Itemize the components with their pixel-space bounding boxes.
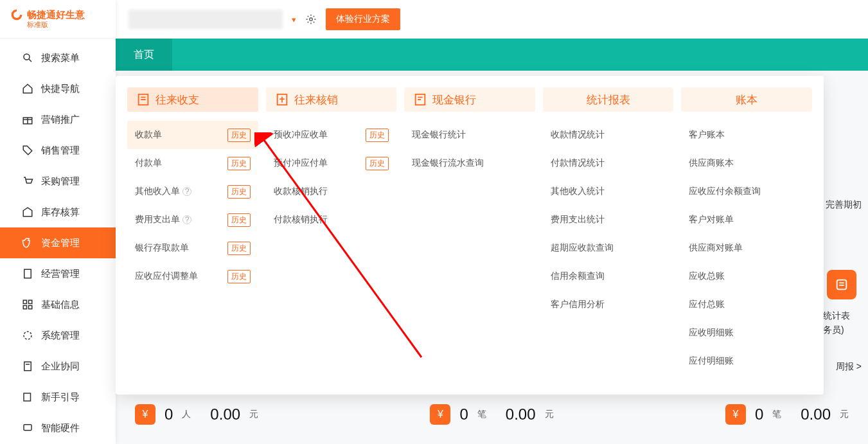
menu-item-shoukuanhexiao[interactable]: 收款核销执行 <box>266 177 397 206</box>
sidebar-item-marketing[interactable]: 营销推广 <box>0 104 116 135</box>
menu-item-yushouchong[interactable]: 预收冲应收单历史 <box>266 121 397 149</box>
menu-item-shoukuantongji[interactable]: 收款情况统计 <box>543 121 674 149</box>
menu-item-yufuchong[interactable]: 预付冲应付单历史 <box>266 149 397 177</box>
stat-card: ¥ 0笔 0.00元 <box>430 404 553 425</box>
sidebar-item-label: 库存核算 <box>41 206 80 218</box>
menu-item-yingfumingxi[interactable]: 应付明细账 <box>681 347 812 375</box>
brand-logo-icon <box>10 8 23 21</box>
menu-item-shoukuandan[interactable]: 收款单历史 <box>127 121 258 149</box>
menu-item-xinyongyue[interactable]: 信用余额查询 <box>543 262 674 290</box>
sidebar-item-basicinfo[interactable]: 基础信息 <box>0 289 116 320</box>
menu-item-yinhangcunqu[interactable]: 银行存取款单历史 <box>127 234 258 262</box>
settings-button[interactable] <box>305 13 317 25</box>
sidebar-item-system[interactable]: 系统管理 <box>0 320 116 351</box>
menu-item-yingfuzongzhang[interactable]: 应付总账 <box>681 290 812 319</box>
menu-item-yingshouyingfutiaozheng[interactable]: 应收应付调整单历史 <box>127 262 258 290</box>
tab-home[interactable]: 首页 <box>116 39 172 71</box>
sidebar-item-quicknav[interactable]: 快捷导航 <box>0 73 116 104</box>
loading-icon <box>22 330 33 341</box>
brand-title: 畅捷通好生意 <box>27 9 85 21</box>
mega-heading: 往来核销 <box>266 87 397 112</box>
stat-value: 0 <box>164 405 173 423</box>
menu-item-liushuichaxun[interactable]: 现金银行流水查询 <box>404 149 535 177</box>
menu-item-kehuduizhang[interactable]: 客户对账单 <box>681 206 812 234</box>
history-badge[interactable]: 历史 <box>366 157 389 170</box>
svg-rect-6 <box>23 300 26 303</box>
header: ▾ 体验行业方案 <box>116 0 868 39</box>
weekly-report-link[interactable]: 周报 > <box>836 361 862 373</box>
stat-card: ¥ 0笔 0.00元 <box>725 404 849 425</box>
sidebar-item-inventory[interactable]: 库存核算 <box>0 197 116 227</box>
history-badge[interactable]: 历史 <box>227 185 251 199</box>
side-report-label[interactable]: 统计表 务员) <box>823 308 862 337</box>
svg-rect-8 <box>23 306 26 309</box>
mega-col-xianjin: 现金银行 现金银行统计 现金银行流水查询 <box>402 87 538 375</box>
history-badge[interactable]: 历史 <box>227 129 251 142</box>
tag-icon <box>22 145 33 156</box>
history-badge[interactable]: 历史 <box>227 213 251 227</box>
menu-item-qitashouru[interactable]: 其他收入单?历史 <box>127 177 258 206</box>
nav-list: 搜索菜单 快捷导航 营销推广 销售管理 采购管理 库存核算 资金管理 经营管理 … <box>0 39 116 443</box>
menu-item-yingshoumingxi[interactable]: 应收明细账 <box>681 319 812 347</box>
menu-item-fukuandan[interactable]: 付款单历史 <box>127 149 258 177</box>
sidebar-item-operation[interactable]: 经营管理 <box>0 258 116 289</box>
menu-item-yingshouzongzhang[interactable]: 应收总账 <box>681 262 812 290</box>
period-init-hint[interactable]: 完善期初 <box>826 199 862 211</box>
bank-icon <box>413 93 427 107</box>
mega-heading: 统计报表 <box>543 87 674 112</box>
menu-item-yingshouyingfuyue[interactable]: 应收应付余额查询 <box>681 177 812 206</box>
clipboard-icon <box>22 268 33 280</box>
industry-plan-button[interactable]: 体验行业方案 <box>326 8 400 30</box>
sidebar-item-guide[interactable]: 新手引导 <box>0 382 116 413</box>
menu-item-fukuantongji[interactable]: 付款情况统计 <box>543 149 674 177</box>
device-icon <box>22 422 33 434</box>
sidebar-item-finance[interactable]: 资金管理 <box>0 227 116 258</box>
svg-line-1 <box>29 59 31 62</box>
menu-item-feiyongtongji[interactable]: 费用支出统计 <box>543 206 674 234</box>
menu-item-kehuzhangben[interactable]: 客户账本 <box>681 121 812 149</box>
svg-rect-7 <box>29 300 32 303</box>
menu-item-chaoqiyingshou[interactable]: 超期应收款查询 <box>543 234 674 262</box>
menu-item-gongyingshangzhangben[interactable]: 供应商账本 <box>681 149 812 177</box>
mega-heading: 账本 <box>681 87 812 112</box>
sidebar-item-label: 销售管理 <box>41 145 80 157</box>
stat-value: 0 <box>459 405 468 423</box>
sidebar-item-collab[interactable]: 企业协同 <box>0 351 116 382</box>
warehouse-icon <box>22 206 33 218</box>
help-icon[interactable]: ? <box>182 215 191 224</box>
menu-item-gongyingshangduizhang[interactable]: 供应商对账单 <box>681 234 812 262</box>
mega-col-tongji: 统计报表 收款情况统计 付款情况统计 其他收入统计 费用支出统计 超期应收款查询… <box>540 87 677 375</box>
book-icon <box>22 391 33 403</box>
sidebar-item-search[interactable]: 搜索菜单 <box>0 42 116 73</box>
sidebar-item-label: 基础信息 <box>41 299 80 311</box>
mega-col-hexiao: 往来核销 预收冲应收单历史 预付冲应付单历史 收款核销执行 付款核销执行 <box>263 87 400 375</box>
menu-item-qitashourutongji[interactable]: 其他收入统计 <box>543 177 674 206</box>
floating-tool-button[interactable] <box>827 270 856 299</box>
chevron-down-icon[interactable]: ▾ <box>292 15 296 24</box>
menu-item-fukuanhexiao[interactable]: 付款核销执行 <box>266 206 397 234</box>
home-icon <box>22 83 33 94</box>
menu-item-xianjintongji[interactable]: 现金银行统计 <box>404 121 535 149</box>
gift-icon <box>22 114 33 125</box>
menu-item-feiyongzhichu[interactable]: 费用支出单?历史 <box>127 206 258 234</box>
sidebar-item-label: 新手引导 <box>41 391 80 404</box>
receipt-icon <box>136 93 150 107</box>
svg-rect-5 <box>24 269 31 278</box>
help-icon[interactable]: ? <box>182 187 191 196</box>
sidebar-item-hardware[interactable]: 智能硬件 <box>0 413 116 443</box>
brand-subtitle: 标准版 <box>27 20 116 30</box>
sidebar-item-purchase[interactable]: 采购管理 <box>0 166 116 197</box>
sidebar: 畅捷通好生意 标准版 搜索菜单 快捷导航 营销推广 销售管理 采购管理 库存核算… <box>0 0 116 444</box>
sidebar-item-sales[interactable]: 销售管理 <box>0 135 116 166</box>
svg-rect-11 <box>24 362 31 371</box>
org-selector[interactable] <box>128 10 283 29</box>
history-badge[interactable]: 历史 <box>366 129 389 142</box>
menu-item-kehuxinyong[interactable]: 客户信用分析 <box>543 290 674 319</box>
svg-point-0 <box>24 54 30 60</box>
history-badge[interactable]: 历史 <box>227 242 251 255</box>
sidebar-item-label: 经营管理 <box>41 268 80 280</box>
sidebar-item-label: 采购管理 <box>41 175 80 188</box>
history-badge[interactable]: 历史 <box>227 270 251 283</box>
svg-rect-13 <box>24 425 31 431</box>
history-badge[interactable]: 历史 <box>227 157 251 170</box>
